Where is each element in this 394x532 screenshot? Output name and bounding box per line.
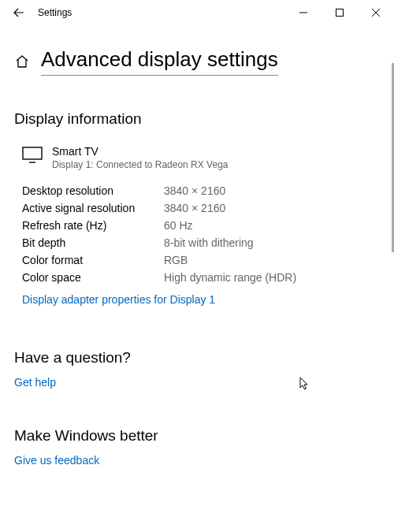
- minimize-button[interactable]: [285, 0, 322, 25]
- adapter-properties-link[interactable]: Display adapter properties for Display 1: [22, 293, 215, 306]
- display-device-name: Smart TV: [52, 145, 228, 158]
- prop-value: 60 Hz: [164, 219, 193, 232]
- display-device-info: Smart TV Display 1: Connected to Radeon …: [52, 145, 228, 170]
- prop-value: 8-bit with dithering: [164, 236, 254, 249]
- prop-value: High dynamic range (HDR): [164, 271, 296, 284]
- prop-label: Bit depth: [22, 236, 164, 249]
- prop-label: Refresh rate (Hz): [22, 219, 164, 232]
- prop-value: 3840 × 2160: [164, 184, 225, 197]
- maximize-button[interactable]: [322, 0, 358, 25]
- prop-row: Color format RGB: [22, 254, 380, 266]
- prop-row: Color space High dynamic range (HDR): [22, 271, 380, 284]
- prop-row: Desktop resolution 3840 × 2160: [22, 184, 380, 197]
- home-button[interactable]: [14, 54, 30, 69]
- display-device-sub: Display 1: Connected to Radeon RX Vega: [52, 159, 228, 170]
- feedback-link[interactable]: Give us feedback: [14, 454, 99, 467]
- maximize-icon: [336, 9, 344, 17]
- display-info-heading: Display information: [14, 110, 380, 128]
- monitor-icon: [22, 147, 43, 167]
- window-controls: [285, 0, 394, 25]
- close-icon: [372, 9, 380, 17]
- prop-label: Active signal resolution: [22, 202, 164, 214]
- header-row: Advanced display settings: [14, 47, 380, 76]
- close-button[interactable]: [358, 0, 394, 25]
- arrow-left-icon: [13, 6, 25, 19]
- prop-row: Active signal resolution 3840 × 2160: [22, 202, 380, 214]
- page-title: Advanced display settings: [41, 47, 278, 76]
- feedback-heading: Make Windows better: [14, 427, 380, 445]
- prop-row: Refresh rate (Hz) 60 Hz: [22, 219, 380, 232]
- prop-label: Color format: [22, 254, 164, 266]
- display-device: Smart TV Display 1: Connected to Radeon …: [22, 145, 380, 170]
- window-title: Settings: [38, 7, 285, 18]
- minimize-icon: [299, 9, 307, 17]
- prop-value: 3840 × 2160: [164, 202, 225, 214]
- svg-rect-0: [336, 9, 344, 17]
- prop-value: RGB: [164, 254, 188, 266]
- back-button[interactable]: [6, 0, 32, 25]
- prop-label: Desktop resolution: [22, 184, 164, 197]
- prop-row: Bit depth 8-bit with dithering: [22, 236, 380, 249]
- home-icon: [15, 54, 29, 69]
- get-help-link[interactable]: Get help: [14, 376, 56, 389]
- prop-label: Color space: [22, 271, 164, 284]
- titlebar: Settings: [0, 0, 394, 25]
- question-heading: Have a question?: [14, 349, 380, 366]
- svg-rect-1: [23, 147, 42, 159]
- content-area: Advanced display settings Display inform…: [0, 25, 394, 532]
